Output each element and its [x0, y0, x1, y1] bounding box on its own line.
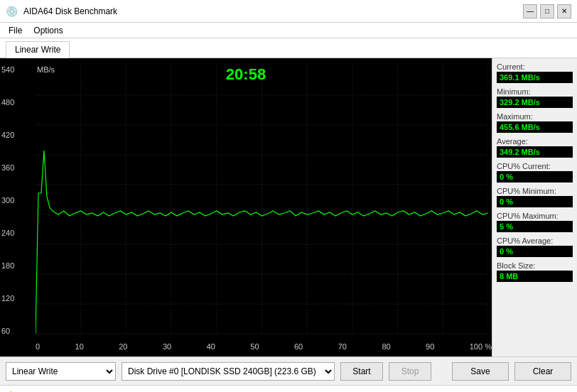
stat-minimum: Minimum: 329.2 MB/s: [497, 87, 573, 108]
y-label-420: 420: [1, 131, 14, 139]
tab-linear-write[interactable]: Linear Write: [6, 41, 70, 58]
app-icon: 💿: [6, 6, 18, 17]
minimize-button[interactable]: —: [523, 4, 537, 18]
chart-svg: [36, 65, 488, 335]
x-label-60: 60: [294, 342, 303, 351]
title-bar-left: 💿 AIDA64 Disk Benchmark: [6, 6, 117, 17]
close-button[interactable]: ✕: [557, 4, 571, 18]
y-label-480: 480: [1, 98, 14, 107]
y-label-240: 240: [1, 229, 14, 237]
y-label-120: 120: [1, 294, 14, 303]
start-button[interactable]: Start: [340, 362, 383, 381]
y-label-60: 60: [1, 327, 14, 335]
menu-options[interactable]: Options: [28, 24, 68, 36]
stat-cpu-current-label: CPU% Current:: [497, 162, 573, 170]
main-content: MB/s 20:58 540 480 420 360 300 240 180 1…: [0, 58, 577, 356]
x-label-20: 20: [119, 342, 127, 351]
stat-minimum-label: Minimum:: [497, 87, 573, 96]
stat-maximum: Maximum: 455.6 MB/s: [497, 112, 573, 133]
stat-maximum-label: Maximum:: [497, 112, 573, 121]
stat-block-size-label: Block Size:: [497, 261, 573, 270]
warning-icon: ⚠: [6, 388, 16, 392]
stat-maximum-value: 455.6 MB/s: [497, 121, 573, 133]
disk-dropdown[interactable]: Disk Drive #0 [LONDISK SSD 240GB] (223.6…: [122, 362, 335, 381]
stat-cpu-current: CPU% Current: 0 %: [497, 162, 573, 183]
stat-cpu-average-label: CPU% Average:: [497, 236, 573, 245]
x-label-30: 30: [163, 342, 171, 351]
stat-cpu-average: CPU% Average: 0 %: [497, 236, 573, 257]
stat-cpu-maximum-label: CPU% Maximum:: [497, 212, 573, 220]
menu-file[interactable]: File: [3, 24, 28, 36]
chart-area: MB/s 20:58 540 480 420 360 300 240 180 1…: [0, 58, 492, 356]
stat-cpu-maximum: CPU% Maximum: 5 %: [497, 212, 573, 232]
y-label-180: 180: [1, 261, 14, 270]
stat-cpu-minimum-label: CPU% Minimum:: [497, 187, 573, 195]
x-axis-labels: 0 10 20 30 40 50 60 70 80 90 100 %: [36, 342, 492, 351]
window-title: AIDA64 Disk Benchmark: [23, 6, 117, 16]
y-axis-labels: 540 480 420 360 300 240 180 120 60: [1, 65, 14, 335]
timestamp: 20:58: [226, 65, 266, 84]
save-button[interactable]: Save: [452, 362, 509, 381]
x-label-0: 0: [36, 342, 40, 351]
x-label-10: 10: [75, 342, 84, 351]
x-label-80: 80: [382, 342, 390, 351]
mb-label: MB/s: [37, 65, 55, 74]
stat-cpu-minimum-value: 0 %: [497, 196, 573, 207]
tab-bar: Linear Write: [0, 38, 577, 58]
x-label-70: 70: [338, 342, 347, 351]
bottom-toolbar: Linear Write Linear Read Random Read Ran…: [0, 356, 577, 385]
x-label-50: 50: [250, 342, 259, 351]
x-label-90: 90: [426, 342, 434, 351]
y-label-540: 540: [1, 65, 14, 74]
stat-cpu-maximum-value: 5 %: [497, 221, 573, 232]
stat-average-value: 349.2 MB/s: [497, 146, 573, 158]
stat-cpu-minimum: CPU% Minimum: 0 %: [497, 187, 573, 207]
title-bar-controls: — □ ✕: [523, 4, 571, 18]
y-label-360: 360: [1, 163, 14, 172]
test-type-dropdown[interactable]: Linear Write Linear Read Random Read Ran…: [6, 362, 116, 381]
x-label-40: 40: [207, 342, 215, 351]
menu-bar: File Options: [0, 23, 577, 38]
warning-bar: ⚠ Write tests will DESTROY ALL DATA on t…: [0, 385, 577, 392]
title-bar: 💿 AIDA64 Disk Benchmark — □ ✕: [0, 0, 577, 23]
stat-current: Current: 369.1 MB/s: [497, 62, 573, 83]
stat-block-size: Block Size: 8 MB: [497, 261, 573, 282]
x-label-100: 100 %: [470, 342, 492, 351]
y-label-300: 300: [1, 196, 14, 205]
stat-minimum-value: 329.2 MB/s: [497, 97, 573, 108]
stat-block-size-value: 8 MB: [497, 271, 573, 282]
maximize-button[interactable]: □: [540, 4, 554, 18]
stop-button[interactable]: Stop: [389, 362, 431, 381]
stat-cpu-current-value: 0 %: [497, 171, 573, 183]
stat-average: Average: 349.2 MB/s: [497, 137, 573, 158]
stats-panel: Current: 369.1 MB/s Minimum: 329.2 MB/s …: [492, 58, 577, 356]
stat-average-label: Average:: [497, 137, 573, 146]
stat-current-value: 369.1 MB/s: [497, 72, 573, 83]
stat-cpu-average-value: 0 %: [497, 246, 573, 257]
clear-button[interactable]: Clear: [514, 362, 571, 381]
stat-current-label: Current:: [497, 62, 573, 71]
